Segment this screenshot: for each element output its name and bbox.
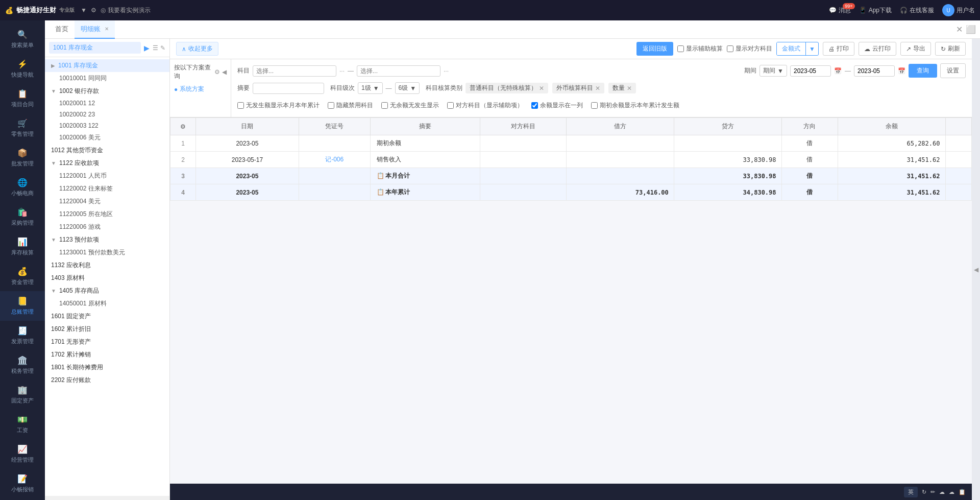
sidebar-item-expense[interactable]: 📝 小畅报销 xyxy=(0,469,45,498)
tree-node-1801[interactable]: 1801 长期待摊费用 xyxy=(45,361,169,374)
checkbox-period-balance[interactable]: 期初余额显示本年累计发生额 xyxy=(591,101,679,110)
message-button[interactable]: 💬 99+ 消息 xyxy=(829,6,850,15)
col-settings[interactable]: ⚙ xyxy=(170,118,196,135)
filter-level-end-select[interactable]: 6级 ▼ xyxy=(395,82,420,94)
status-icon-4[interactable]: ☁ xyxy=(949,489,954,495)
tree-node-2202[interactable]: 2202 应付账款 xyxy=(45,374,169,387)
tree-node-11220004[interactable]: 11220004 美元 xyxy=(45,195,169,208)
filter-summary-input[interactable] xyxy=(253,83,324,94)
tree-scrollbar[interactable] xyxy=(45,496,169,500)
tree-node-10020002[interactable]: 10020002 23 xyxy=(45,109,169,120)
tab-close-icon[interactable]: ✕ xyxy=(105,26,109,32)
right-collapse-panel[interactable]: ◀ xyxy=(972,39,980,500)
tab-detail[interactable]: 明细账 ✕ xyxy=(75,20,115,39)
show-counterpart-checkbox[interactable]: 显示对方科目 xyxy=(727,44,772,53)
tag-normal-close[interactable]: ✕ xyxy=(539,85,544,92)
checkbox-counterpart[interactable]: 对方科目（显示辅助项） xyxy=(447,101,523,110)
calendar-end-icon[interactable]: 📅 xyxy=(898,67,905,75)
tree-node-1701[interactable]: 1701 无形资产 xyxy=(45,336,169,348)
filter-period-start-input[interactable] xyxy=(790,65,831,77)
account-edit-icon[interactable]: ✎ xyxy=(160,44,165,52)
cloud-print-button[interactable]: ☁ 云打印 xyxy=(859,42,896,56)
sidebar-item-salary[interactable]: 💵 工资 xyxy=(0,410,45,439)
query-button[interactable]: 查询 xyxy=(909,64,937,78)
settings-icon[interactable]: ⚙ xyxy=(87,7,101,14)
filter-account-input2[interactable] xyxy=(357,65,440,77)
account-selected-tag[interactable]: 1001 库存现金 xyxy=(49,42,141,54)
tree-node-10020001[interactable]: 10020001 12 xyxy=(45,98,169,109)
sidebar-item-inventory[interactable]: 📊 库存核算 xyxy=(0,232,45,261)
tree-node-1123[interactable]: ▼ 1123 预付款项 xyxy=(45,233,169,246)
checkbox-no-balance2[interactable]: 无余额无发生显示 xyxy=(381,101,439,110)
tree-node-11230001[interactable]: 11230001 预付款数美元 xyxy=(45,246,169,259)
tree-node-1001[interactable]: ▶ 1001 库存现金 xyxy=(45,59,169,72)
status-icon-1[interactable]: ↻ xyxy=(922,489,926,495)
tag-quantity-close[interactable]: ✕ xyxy=(627,85,632,92)
calendar-start-icon[interactable]: 📅 xyxy=(834,67,842,75)
filter-account-more-icon2[interactable]: ··· xyxy=(444,67,449,75)
tree-node-14050001[interactable]: 14050001 原材料 xyxy=(45,297,169,310)
tree-node-10020006[interactable]: 10020006 美元 xyxy=(45,131,169,144)
status-icon-3[interactable]: ☁ xyxy=(939,489,945,495)
show-aux-checkbox[interactable]: 显示辅助核算 xyxy=(677,44,723,53)
tree-node-1002[interactable]: ▼ 1002 银行存款 xyxy=(45,85,169,98)
return-old-version-button[interactable]: 返回旧版 xyxy=(636,42,673,56)
tree-node-1122[interactable]: ▼ 1122 应收款项 xyxy=(45,157,169,170)
tree-node-1132[interactable]: 1132 应收利息 xyxy=(45,259,169,272)
tree-node-11220006[interactable]: 11220006 游戏 xyxy=(45,221,169,233)
filter-settings-icon[interactable]: ⚙ xyxy=(214,68,220,76)
status-icon-5[interactable]: 📋 xyxy=(959,489,966,495)
sidebar-item-tax[interactable]: 🏛️ 税务管理 xyxy=(0,350,45,380)
amount-type-dropdown-icon[interactable]: ▼ xyxy=(806,43,818,55)
tree-node-1012[interactable]: 1012 其他货币资金 xyxy=(45,144,169,157)
sidebar-item-purchase[interactable]: 🛍️ 采购管理 xyxy=(0,202,45,232)
filter-period-type-select[interactable]: 期间 ▼ xyxy=(760,65,787,77)
lang-switcher[interactable]: 英 xyxy=(904,487,918,497)
cell-voucher-2[interactable]: 记-006 xyxy=(299,152,370,168)
online-service-button[interactable]: 🎧 在线客服 xyxy=(900,6,934,15)
tree-node-11220002[interactable]: 11220002 往来标签 xyxy=(45,182,169,195)
sidebar-item-ecommerce[interactable]: 🌐 小畅电商 xyxy=(0,173,45,202)
filter-settings-button[interactable]: 设置 xyxy=(940,63,966,78)
amount-type-selector[interactable]: 金额式 ▼ xyxy=(776,42,819,56)
tree-node-1403[interactable]: 1403 原材料 xyxy=(45,272,169,284)
demo-link[interactable]: ◎ 我要看实例演示 xyxy=(101,6,151,15)
tab-home[interactable]: 首页 xyxy=(49,20,75,39)
filter-period-end-input[interactable] xyxy=(854,65,895,77)
export-button[interactable]: ↗ 导出 xyxy=(900,42,931,56)
system-scheme-button[interactable]: ● 系统方案 xyxy=(174,85,227,93)
tree-node-11220005[interactable]: 11220005 所在地区 xyxy=(45,208,169,221)
print-button[interactable]: 🖨 打印 xyxy=(823,42,854,56)
sidebar-item-ledger[interactable]: 📒 总账管理 xyxy=(0,291,45,321)
filter-level-start-select[interactable]: 1级 ▼ xyxy=(358,82,383,94)
sidebar-item-retail[interactable]: 🛒 零售管理 xyxy=(0,113,45,143)
sidebar-item-operation[interactable]: 📈 经营管理 xyxy=(0,439,45,469)
sidebar-item-search[interactable]: 🔍 搜索菜单 xyxy=(0,25,45,54)
filter-account-input[interactable] xyxy=(253,65,336,77)
amount-type-label[interactable]: 金额式 xyxy=(777,42,806,55)
checkbox-hide-disabled[interactable]: 隐藏禁用科目 xyxy=(328,101,373,110)
account-list-icon[interactable]: ☰ xyxy=(153,44,158,52)
company-dropdown[interactable]: ▼ xyxy=(81,7,87,14)
sidebar-item-quick-nav[interactable]: ⚡ 快捷导航 xyxy=(0,54,45,84)
window-close-icon[interactable]: ✕ xyxy=(956,25,963,34)
refresh-button[interactable]: ↻ 刷新 xyxy=(935,42,966,56)
account-nav-arrow[interactable]: ▶ xyxy=(144,44,150,52)
tree-node-10020003[interactable]: 10020003 122 xyxy=(45,120,169,131)
filter-collapse-icon[interactable]: ◀ xyxy=(222,68,227,76)
sidebar-item-invoice[interactable]: 🧾 发票管理 xyxy=(0,321,45,350)
tree-node-10010001[interactable]: 10010001 同同同 xyxy=(45,72,169,85)
sidebar-item-fixed-assets[interactable]: 🏢 固定资产 xyxy=(0,380,45,410)
tree-node-11220001[interactable]: 11220001 人民币 xyxy=(45,170,169,182)
tag-foreign-close[interactable]: ✕ xyxy=(595,85,600,92)
tree-node-1405[interactable]: ▼ 1405 库存商品 xyxy=(45,284,169,297)
status-icon-2[interactable]: ✏ xyxy=(930,489,935,495)
sidebar-item-wholesale[interactable]: 📦 批发管理 xyxy=(0,143,45,173)
checkbox-no-balance[interactable]: 无发生额显示本月本年累计 xyxy=(237,101,320,110)
app-download-button[interactable]: 📱 App下载 xyxy=(859,6,892,15)
tree-node-1702[interactable]: 1702 累计摊销 xyxy=(45,348,169,361)
user-profile[interactable]: U 用户名 xyxy=(942,4,975,16)
window-maximize-icon[interactable]: ⬜ xyxy=(966,25,976,34)
filter-account-more-icon[interactable]: ··· xyxy=(339,67,345,75)
checkbox-balance-col[interactable]: 余额显示在一列 xyxy=(531,101,583,110)
